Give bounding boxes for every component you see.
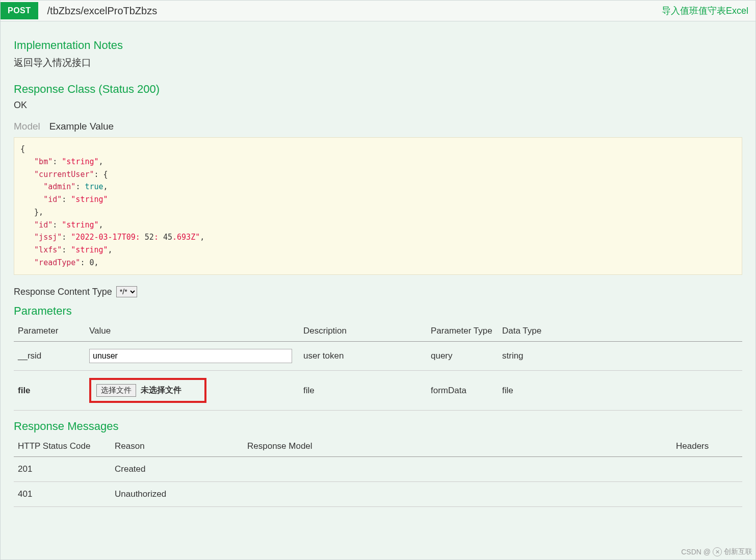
col-headers: Headers: [661, 437, 742, 457]
resp-headers-401: [661, 482, 742, 507]
response-status-text: OK: [14, 100, 742, 111]
example-value-code[interactable]: { "bm": "string", "currentUser": { "admi…: [14, 137, 742, 275]
implementation-notes-title: Implementation Notes: [14, 39, 742, 52]
response-messages-header-row: HTTP Status Code Reason Response Model H…: [14, 437, 742, 457]
operation-body: Implementation Notes 返回导入情况接口 Response C…: [1, 21, 755, 521]
table-row: 401 Unauthorized: [14, 482, 742, 507]
col-response-model: Response Model: [243, 437, 661, 457]
resp-model-401: [243, 482, 661, 507]
parameters-header-row: Parameter Value Description Parameter Ty…: [14, 322, 742, 342]
file-status-text: 未选择文件: [141, 386, 181, 394]
resp-reason-401: Unauthorized: [111, 482, 243, 507]
watermark-brand: 创新互联: [724, 547, 752, 556]
watermark-logo-icon: ✕: [713, 547, 722, 556]
file-input-highlight: 选择文件 未选择文件: [89, 378, 206, 403]
resp-code-201: 201: [14, 457, 111, 482]
table-row: 201 Created: [14, 457, 742, 482]
param-value-input-rsid[interactable]: [89, 349, 292, 363]
implementation-notes-text: 返回导入情况接口: [14, 56, 742, 69]
response-messages-title: Response Messages: [14, 420, 742, 433]
param-desc-rsid: user token: [299, 342, 427, 371]
http-method-badge: POST: [1, 2, 38, 19]
watermark: CSDN @ ✕ 创新互联: [681, 547, 752, 556]
col-value: Value: [85, 322, 299, 342]
col-description: Description: [299, 322, 427, 342]
response-content-type-select[interactable]: */*: [116, 286, 137, 297]
response-class-title: Response Class (Status 200): [14, 83, 742, 96]
response-messages-table: HTTP Status Code Reason Response Model H…: [14, 437, 742, 507]
choose-file-button[interactable]: 选择文件: [96, 384, 136, 397]
resp-model-201: [243, 457, 661, 482]
resp-reason-201: Created: [111, 457, 243, 482]
operation-header[interactable]: POST /tbZbzs/excelProTbZbzs 导入值班值守表Excel: [1, 1, 755, 21]
param-name-file: file: [14, 371, 85, 411]
tab-model[interactable]: Model: [14, 119, 45, 134]
col-parameter: Parameter: [14, 322, 85, 342]
response-content-type-row: Response Content Type */*: [14, 286, 742, 297]
endpoint-path: /tbZbzs/excelProTbZbzs: [38, 1, 655, 21]
resp-code-401: 401: [14, 482, 111, 507]
col-reason: Reason: [111, 437, 243, 457]
param-desc-file: file: [299, 371, 427, 411]
operation-summary: 导入值班值守表Excel: [655, 1, 755, 21]
param-dtype-file: file: [498, 371, 742, 411]
param-dtype-rsid: string: [498, 342, 742, 371]
tab-example-value[interactable]: Example Value: [49, 119, 119, 134]
col-parameter-type: Parameter Type: [427, 322, 498, 342]
parameters-table: Parameter Value Description Parameter Ty…: [14, 322, 742, 411]
param-ptype-rsid: query: [427, 342, 498, 371]
parameters-title: Parameters: [14, 304, 742, 318]
resp-headers-201: [661, 457, 742, 482]
param-ptype-file: formData: [427, 371, 498, 411]
swagger-operation-panel: POST /tbZbzs/excelProTbZbzs 导入值班值守表Excel…: [0, 0, 756, 560]
response-schema-tabs: Model Example Value: [14, 119, 742, 134]
response-content-type-label: Response Content Type: [14, 287, 112, 297]
table-row: file 选择文件 未选择文件 file formData file: [14, 371, 742, 411]
table-row: __rsid user token query string: [14, 342, 742, 371]
watermark-site: CSDN @: [681, 548, 711, 556]
col-data-type: Data Type: [498, 322, 742, 342]
param-name-rsid: __rsid: [14, 342, 85, 371]
col-http-status-code: HTTP Status Code: [14, 437, 111, 457]
